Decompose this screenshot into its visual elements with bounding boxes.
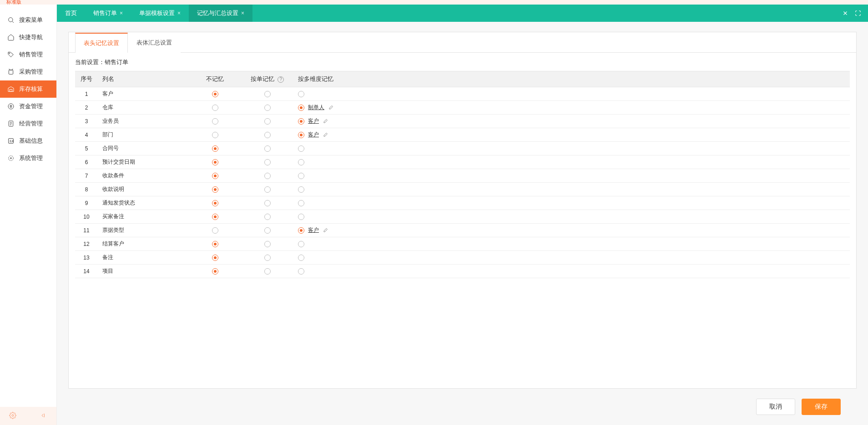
- edit-icon[interactable]: [323, 228, 328, 233]
- row-byorder: [241, 251, 293, 265]
- dim-label[interactable]: 制单人: [308, 104, 324, 111]
- collapse-icon[interactable]: [40, 412, 47, 420]
- radio-none[interactable]: [212, 200, 218, 206]
- radio-byorder[interactable]: [264, 159, 271, 165]
- radio-byorder[interactable]: [264, 255, 271, 261]
- edit-icon[interactable]: [323, 119, 328, 124]
- svg-point-0: [9, 18, 13, 22]
- tab-1[interactable]: 销售订单×: [85, 5, 131, 22]
- row-name: 通知发货状态: [98, 196, 189, 210]
- dim-label[interactable]: 客户: [308, 226, 319, 234]
- edit-icon[interactable]: [328, 105, 333, 110]
- close-icon[interactable]: ×: [120, 10, 123, 16]
- help-icon[interactable]: ?: [278, 76, 284, 83]
- sidebar-item-0[interactable]: 搜索菜单: [0, 11, 56, 29]
- table-row: 3业务员客户: [75, 115, 850, 128]
- row-name: 预计交货日期: [98, 155, 189, 169]
- radio-none[interactable]: [212, 132, 218, 138]
- row-index: 4: [75, 128, 98, 142]
- radio-none[interactable]: [212, 186, 218, 193]
- radio-byorder[interactable]: [264, 105, 271, 111]
- table-row: 1客户: [75, 87, 850, 101]
- cancel-button[interactable]: 取消: [756, 399, 795, 415]
- radio-bydim[interactable]: [298, 159, 304, 165]
- radio-byorder[interactable]: [264, 227, 271, 234]
- sidebar-item-2[interactable]: 销售管理: [0, 46, 56, 63]
- sidebar-item-7[interactable]: EA基础信息: [0, 132, 56, 150]
- row-index: 11: [75, 224, 98, 237]
- radio-byorder[interactable]: [264, 200, 271, 206]
- radio-byorder[interactable]: [264, 118, 271, 125]
- radio-byorder[interactable]: [264, 214, 271, 220]
- radio-none[interactable]: [212, 214, 218, 220]
- row-none: [189, 237, 241, 251]
- radio-none[interactable]: [212, 227, 218, 234]
- radio-bydim[interactable]: [298, 200, 304, 206]
- save-button[interactable]: 保存: [802, 399, 841, 415]
- row-bydim: [293, 87, 850, 101]
- radio-byorder[interactable]: [264, 91, 271, 97]
- row-none: [189, 142, 241, 155]
- radio-byorder[interactable]: [264, 268, 271, 275]
- edit-icon[interactable]: [323, 132, 328, 138]
- radio-none[interactable]: [212, 91, 218, 97]
- sidebar-footer: [0, 407, 56, 425]
- radio-bydim[interactable]: [298, 145, 304, 152]
- radio-none[interactable]: [212, 145, 218, 152]
- tab-0[interactable]: 首页: [57, 5, 85, 22]
- radio-byorder[interactable]: [264, 132, 271, 138]
- radio-none[interactable]: [212, 118, 218, 125]
- row-none: [189, 155, 241, 169]
- radio-bydim[interactable]: [298, 118, 304, 125]
- close-icon[interactable]: ×: [177, 10, 181, 16]
- row-byorder: [241, 128, 293, 142]
- table-row: 7收款条件: [75, 169, 850, 183]
- sidebar: 搜索菜单快捷导航销售管理采购管理库存核算资金管理经营管理EA基础信息系统管理: [0, 5, 57, 425]
- radio-bydim[interactable]: [298, 255, 304, 261]
- radio-bydim[interactable]: [298, 186, 304, 193]
- tab-label: 首页: [65, 9, 77, 17]
- radio-bydim[interactable]: [298, 214, 304, 220]
- sidebar-item-3[interactable]: 采购管理: [0, 63, 56, 80]
- sidebar-item-8[interactable]: 系统管理: [0, 150, 56, 167]
- subtab-0[interactable]: 表头记忆设置: [75, 33, 128, 53]
- sidebar-item-4[interactable]: 库存核算: [0, 80, 56, 98]
- fullscreen-icon[interactable]: [852, 7, 864, 20]
- row-bydim: [293, 169, 850, 183]
- dim-label[interactable]: 客户: [308, 131, 319, 139]
- radio-bydim[interactable]: [298, 241, 304, 247]
- radio-none[interactable]: [212, 241, 218, 247]
- radio-bydim[interactable]: [298, 91, 304, 97]
- row-name: 合同号: [98, 142, 189, 155]
- col-bydim: 按多维度记忆: [293, 71, 850, 87]
- tab-2[interactable]: 单据模板设置×: [131, 5, 189, 22]
- radio-bydim[interactable]: [298, 105, 304, 111]
- radio-none[interactable]: [212, 159, 218, 165]
- radio-bydim[interactable]: [298, 173, 304, 179]
- radio-byorder[interactable]: [264, 145, 271, 152]
- radio-bydim[interactable]: [298, 268, 304, 275]
- tab-3[interactable]: 记忆与汇总设置×: [189, 5, 252, 22]
- close-all-tabs-icon[interactable]: [839, 7, 852, 20]
- subtab-1[interactable]: 表体汇总设置: [128, 33, 181, 53]
- sidebar-item-5[interactable]: 资金管理: [0, 98, 56, 115]
- radio-byorder[interactable]: [264, 241, 271, 247]
- sidebar-item-1[interactable]: 快捷导航: [0, 29, 56, 46]
- radio-bydim[interactable]: [298, 132, 304, 138]
- sidebar-item-6[interactable]: 经营管理: [0, 115, 56, 132]
- svg-point-14: [12, 415, 14, 416]
- radio-none[interactable]: [212, 255, 218, 261]
- radio-bydim[interactable]: [298, 227, 304, 234]
- dim-label[interactable]: 客户: [308, 117, 319, 125]
- row-index: 1: [75, 87, 98, 101]
- radio-none[interactable]: [212, 173, 218, 179]
- sidebar-item-label: 销售管理: [19, 50, 43, 59]
- close-icon[interactable]: ×: [241, 10, 244, 16]
- tag-icon: [7, 51, 15, 58]
- radio-byorder[interactable]: [264, 173, 271, 179]
- radio-none[interactable]: [212, 105, 218, 111]
- radio-byorder[interactable]: [264, 186, 271, 193]
- settings-icon[interactable]: [9, 412, 16, 420]
- sidebar-item-label: 搜索菜单: [19, 16, 43, 24]
- radio-none[interactable]: [212, 268, 218, 275]
